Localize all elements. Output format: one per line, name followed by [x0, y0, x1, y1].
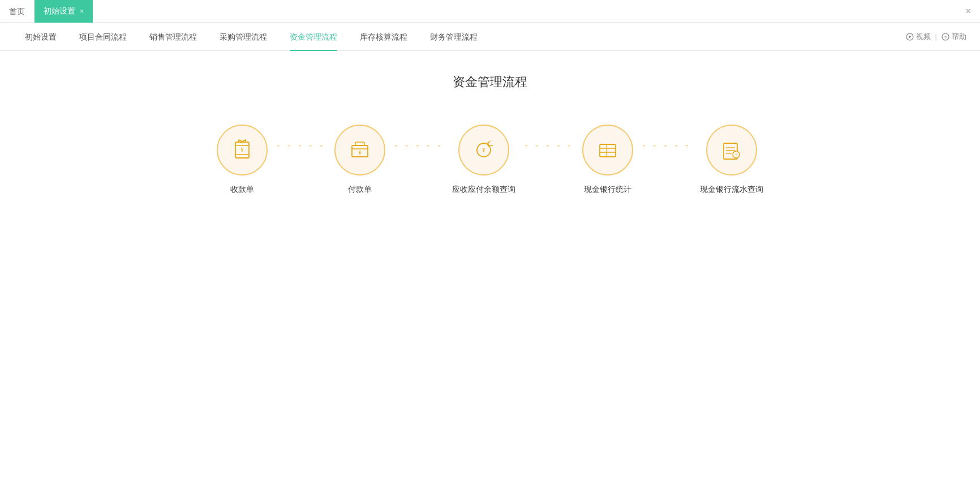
help-icon: ? [942, 33, 949, 41]
video-icon [906, 33, 914, 41]
window-close-button[interactable]: × [957, 0, 980, 23]
nav-item-initial-setup[interactable]: 初始设置 [14, 23, 68, 51]
flow-label-balance-query: 应收应付余额查询 [452, 185, 515, 195]
page-content: 资金管理流程 ¥ 收款单 - - - - - [0, 51, 980, 217]
svg-marker-1 [909, 35, 912, 38]
payment-yen-icon: ¥ [347, 138, 372, 162]
flow-label-bank-flow: 现金银行流水查询 [700, 185, 763, 195]
nav-item-capital-management[interactable]: 资金管理流程 [278, 23, 349, 51]
flow-label-bank-stats: 现金银行统计 [584, 185, 631, 195]
flow-row: ¥ 收款单 - - - - - ¥ 付款单 - - - - - [217, 125, 763, 195]
nav-item-purchase-management[interactable]: 采购管理流程 [208, 23, 278, 51]
page-title: 资金管理流程 [453, 74, 527, 91]
nav-item-finance-management[interactable]: 财务管理流程 [419, 23, 489, 51]
flow-circle-receipt: ¥ [217, 125, 268, 175]
flow-item-balance-query[interactable]: ¥ 应收应付余额查询 [452, 125, 515, 195]
balance-query-icon: ¥ [471, 138, 496, 162]
flow-dash-2: - - - - - [385, 140, 452, 152]
help-link[interactable]: ? 帮助 [942, 32, 966, 42]
receipt-yen-icon: ¥ [230, 138, 255, 162]
flow-dash-1: - - - - - [268, 140, 334, 152]
svg-text:+: + [735, 153, 737, 157]
svg-text:¥: ¥ [240, 146, 244, 153]
flow-circle-bank-flow: + [706, 125, 757, 175]
video-link[interactable]: 视频 [906, 32, 931, 42]
flow-label-receipt: 收款单 [230, 185, 254, 195]
flow-circle-balance-query: ¥ [458, 125, 509, 175]
svg-text:?: ? [944, 35, 947, 40]
nav-bar: 初始设置 项目合同流程 销售管理流程 采购管理流程 资金管理流程 库存核算流程 … [0, 23, 980, 51]
flow-dash-4: - - - - - [633, 140, 700, 152]
flow-circle-bank-stats [582, 125, 633, 175]
nav-item-sales-management[interactable]: 销售管理流程 [138, 23, 208, 51]
nav-item-inventory[interactable]: 库存核算流程 [349, 23, 419, 51]
svg-text:¥: ¥ [358, 149, 362, 156]
nav-right: 视频 | ? 帮助 [906, 32, 966, 42]
video-label: 视频 [916, 32, 931, 42]
close-tab-button[interactable]: × [80, 7, 84, 15]
active-tab-label: 初始设置 [44, 6, 75, 16]
nav-divider: | [935, 32, 937, 41]
flow-item-bank-flow[interactable]: + 现金银行流水查询 [700, 125, 763, 195]
flow-item-payment[interactable]: ¥ 付款单 [334, 125, 385, 195]
flow-item-receipt[interactable]: ¥ 收款单 [217, 125, 268, 195]
flow-label-payment: 付款单 [348, 185, 372, 195]
flow-circle-payment: ¥ [334, 125, 385, 175]
svg-text:¥: ¥ [482, 147, 485, 153]
svg-rect-14 [600, 144, 616, 157]
home-tab[interactable]: 首页 [0, 0, 35, 23]
flow-dash-3: - - - - - [515, 140, 582, 152]
nav-item-project-contract[interactable]: 项目合同流程 [68, 23, 138, 51]
top-bar: 首页 初始设置 × × [0, 0, 980, 23]
bank-stats-icon [595, 138, 620, 162]
active-tab[interactable]: 初始设置 × [35, 0, 93, 23]
bank-flow-icon: + [719, 138, 744, 162]
help-label: 帮助 [952, 32, 966, 42]
flow-item-bank-stats[interactable]: 现金银行统计 [582, 125, 633, 195]
